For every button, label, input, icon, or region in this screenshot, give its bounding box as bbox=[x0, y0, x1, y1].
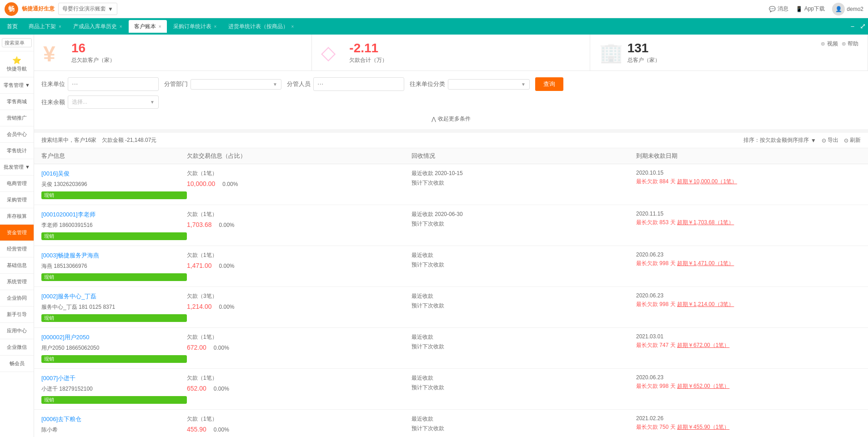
return-date-4: 最近收款 bbox=[411, 333, 636, 341]
sidebar-item-member2[interactable]: 畅会员 bbox=[0, 356, 34, 372]
sidebar-item-member[interactable]: 会员中心 bbox=[0, 126, 34, 143]
sidebar-item-guide[interactable]: 新手引导 bbox=[0, 306, 34, 323]
overdue-amount-3[interactable]: 超期￥1,214.00（3笔） bbox=[677, 301, 734, 307]
mobile-icon: 📱 bbox=[796, 6, 803, 12]
overdue-days-3: 最长欠款 998 天 超期￥1,214.00（3笔） bbox=[636, 301, 861, 308]
filter-person-input[interactable]: ··· bbox=[313, 77, 404, 91]
video-action[interactable]: ⊙ 视频 bbox=[821, 40, 838, 48]
filter-dept-select[interactable]: ▼ bbox=[191, 79, 281, 90]
customer-name-5[interactable]: [0007]小迸千 bbox=[41, 374, 187, 382]
sidebar-item-inventory[interactable]: 库存核算 bbox=[0, 208, 34, 225]
refresh-button[interactable]: ⊙ 刷新 bbox=[844, 136, 861, 144]
tab-goods-close[interactable]: × bbox=[59, 24, 61, 29]
sidebar-item-marketing[interactable]: 营销推广 bbox=[0, 110, 34, 126]
tab-production-label: 产成品入库单历史 bbox=[73, 23, 117, 30]
tab-customer-account[interactable]: 客户账本 × bbox=[129, 20, 167, 33]
sidebar-item-enterprise[interactable]: 企业协同 bbox=[0, 290, 34, 306]
stat-debt-customers: ¥ 16 总欠款客户（家） bbox=[34, 35, 312, 70]
search-button[interactable]: 查询 bbox=[535, 77, 563, 91]
collapse-icon: ⋀ bbox=[431, 116, 436, 122]
main-content: ¥ 16 总欠款客户（家） ◇ -2.11 欠款合计（万） 🏢 131 总客户（… bbox=[34, 35, 868, 437]
filter-balance-select[interactable]: 选择... ▼ bbox=[68, 95, 159, 109]
overdue-amount-5[interactable]: 超期￥652.00（1笔） bbox=[677, 383, 729, 389]
user-avatar-button[interactable]: 👤 demo2 bbox=[832, 3, 863, 15]
sidebar-item-retail-mgmt[interactable]: 零售管理 ▼ bbox=[0, 77, 34, 94]
debt-amount-4: 672.00 bbox=[187, 344, 206, 351]
sort-arrow-icon: ▼ bbox=[811, 137, 816, 144]
finance-label: 资金管理 bbox=[2, 229, 32, 236]
sidebar-item-basic-info[interactable]: 基础信息 bbox=[0, 257, 34, 274]
sidebar-item-wechat[interactable]: 企业微信 bbox=[0, 339, 34, 356]
customer-cell-4: [000002]用户2050 用户2050 18665062050 现销 bbox=[41, 333, 187, 363]
overdue-amount-4[interactable]: 超期￥672.00（1笔） bbox=[677, 342, 729, 348]
sidebar-item-ecommerce[interactable]: 电商管理 bbox=[0, 176, 34, 192]
customer-name-0[interactable]: [0016]吴俊 bbox=[41, 170, 187, 178]
filter-person-dots: ··· bbox=[317, 80, 323, 88]
filter-balance-label: 往来余额 bbox=[41, 98, 65, 106]
window-expand-icon[interactable]: ⤢ bbox=[860, 22, 866, 31]
overdue-amount-2[interactable]: 超期￥1,471.00（1笔） bbox=[677, 260, 734, 266]
customer-name-2[interactable]: [0003]畅捷服务尹海燕 bbox=[41, 251, 187, 260]
debt-count-5: 欠款（1笔） bbox=[187, 374, 411, 382]
sidebar-item-quick-nav[interactable]: ⭐ 快捷导航 bbox=[0, 51, 34, 77]
sidebar-item-apps[interactable]: 应用中心 bbox=[0, 323, 34, 339]
stat-total-customers: 🏢 131 总客户（家） ⊙ 视频 ⊙ 帮助 bbox=[590, 35, 868, 70]
help-action[interactable]: ⊙ 帮助 bbox=[842, 40, 858, 48]
customer-name-1[interactable]: [0001020001]李老师 bbox=[41, 211, 187, 219]
tab-customer-close[interactable]: × bbox=[159, 24, 161, 29]
tab-purchase-order-label: 采购订单统计表 bbox=[173, 23, 211, 30]
overdue-amount-1[interactable]: 超期￥1,703.68（1笔） bbox=[677, 219, 734, 226]
filter-category-select[interactable]: ▼ bbox=[448, 79, 530, 90]
sidebar-item-retail-stats[interactable]: 零售统计 bbox=[0, 143, 34, 159]
debt-amount-3: 1,214.00 bbox=[187, 303, 212, 310]
customer-cell-0: [0016]吴俊 吴俊 13026203696 现销 bbox=[41, 170, 187, 199]
username: demo2 bbox=[847, 6, 863, 12]
customer-name-3[interactable]: [0002]服务中心_丁磊 bbox=[41, 292, 187, 301]
sidebar-item-finance[interactable]: 资金管理 bbox=[0, 225, 34, 241]
sidebar-item-operations[interactable]: 经营管理 bbox=[0, 241, 34, 257]
filter-unit-dots: ··· bbox=[72, 80, 78, 88]
tab-purchase-close[interactable]: × bbox=[214, 24, 217, 29]
overdue-amount-6[interactable]: 超期￥455.90（1笔） bbox=[677, 424, 729, 430]
customer-name-6[interactable]: [0006]去下粮仓 bbox=[41, 415, 187, 423]
due-date-4: 2021.03.01 bbox=[636, 333, 861, 340]
return-date-5: 最近收款 bbox=[411, 374, 636, 382]
recovery-cell-4: 最近收款 预计下次收款 bbox=[411, 333, 636, 351]
sidebar-item-purchase[interactable]: 采购管理 bbox=[0, 192, 34, 208]
overdue-amount-0[interactable]: 超期￥10,000.00（1笔） bbox=[677, 178, 737, 185]
store-name: 母婴行业演示账套 bbox=[62, 5, 106, 13]
app-download-button[interactable]: 📱 App下载 bbox=[796, 5, 825, 13]
tab-home[interactable]: 首页 bbox=[2, 20, 22, 33]
customer-tag-0: 现销 bbox=[41, 191, 187, 199]
tab-customer-account-label: 客户账本 bbox=[134, 23, 156, 30]
logo-area: 畅 畅捷通好生意 母婴行业演示账套 ▼ bbox=[5, 2, 117, 16]
debt-cell-5: 欠款（1笔） 652.00 0.00% bbox=[187, 374, 411, 392]
message-button[interactable]: 💬 消息 bbox=[769, 5, 788, 13]
collapse-button[interactable]: ⋀ 收起更多条件 bbox=[41, 113, 861, 125]
basic-info-label: 基础信息 bbox=[2, 262, 32, 269]
quick-nav-icon: ⭐ bbox=[2, 56, 32, 65]
customer-name-4[interactable]: [000002]用户2050 bbox=[41, 333, 187, 342]
sidebar-item-retail-shop[interactable]: 零售商城 bbox=[0, 94, 34, 110]
tab-goods[interactable]: 商品上下架 × bbox=[23, 20, 67, 33]
app-name: 畅捷通好生意 bbox=[22, 5, 55, 12]
sidebar-item-system[interactable]: 系统管理 bbox=[0, 274, 34, 290]
filter-person-label: 分管人员 bbox=[287, 80, 311, 88]
sort-selector[interactable]: 排序：按欠款金额倒序排序 ▼ bbox=[743, 136, 816, 144]
export-button[interactable]: ⊙ 导出 bbox=[822, 136, 838, 144]
debt-count-6: 欠款（1笔） bbox=[187, 415, 411, 423]
tab-purchase-order[interactable]: 采购订单统计表 × bbox=[168, 20, 222, 33]
search-input[interactable] bbox=[2, 38, 32, 47]
tab-production-close[interactable]: × bbox=[120, 24, 122, 29]
overdue-days-text-4: 最长欠款 747 天 bbox=[636, 342, 676, 348]
sidebar-item-wholesale[interactable]: 批发管理 ▼ bbox=[0, 159, 34, 176]
tab-import-close[interactable]: × bbox=[291, 24, 294, 29]
window-minimize-icon[interactable]: － bbox=[849, 22, 856, 31]
tab-import-stats[interactable]: 进货单统计表（按商品） × bbox=[223, 20, 299, 33]
filter-unit-input[interactable]: ··· bbox=[68, 77, 159, 91]
tab-production[interactable]: 产成品入库单历史 × bbox=[68, 20, 128, 33]
filter-person: 分管人员 ··· bbox=[287, 77, 404, 91]
table-row: [0002]服务中心_丁磊 服务中心_丁磊 181 0125 8371 现销 欠… bbox=[34, 287, 868, 328]
sort-label: 排序：按欠款金额倒序排序 bbox=[743, 136, 809, 144]
store-selector[interactable]: 母婴行业演示账套 ▼ bbox=[58, 3, 117, 15]
